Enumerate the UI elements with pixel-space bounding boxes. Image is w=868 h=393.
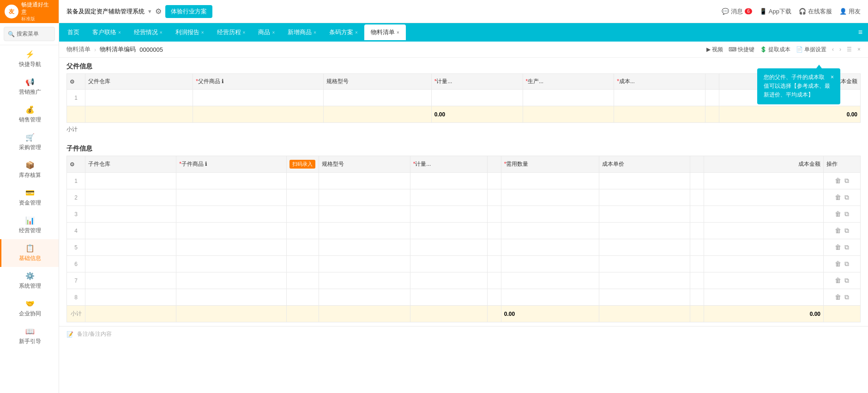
sidebar-item-guide[interactable]: 📖 新手引导: [0, 322, 59, 350]
child-warehouse-cell[interactable]: [85, 223, 176, 239]
tab-close-icon[interactable]: ×: [160, 30, 163, 35]
experience-button[interactable]: 体验行业方案: [165, 5, 212, 18]
child-goods-cell[interactable]: [176, 189, 287, 206]
child-unit-cell[interactable]: [410, 239, 487, 256]
child-qty-cell[interactable]: [501, 272, 599, 289]
child-warehouse-cell[interactable]: [85, 256, 176, 272]
tab-home[interactable]: 首页: [61, 24, 86, 40]
tab-profit-report[interactable]: 利润报告 ×: [169, 24, 211, 40]
child-unit-cost-cell[interactable]: [599, 223, 690, 239]
child-spec-cell[interactable]: [319, 239, 410, 256]
child-unit-cost-cell[interactable]: [599, 206, 690, 223]
tab-customer[interactable]: 客户联络 ×: [86, 24, 127, 40]
child-unit-cell[interactable]: [410, 272, 487, 289]
tab-barcode[interactable]: 条码方案 ×: [323, 24, 364, 40]
sidebar-item-inventory[interactable]: 📦 库存核算: [0, 156, 59, 184]
sidebar-item-purchase[interactable]: 🛒 采购管理: [0, 128, 59, 156]
child-qty-cell[interactable]: [501, 173, 599, 189]
delete-icon[interactable]: 🗑: [835, 210, 841, 218]
app-download-item[interactable]: 📱 App下载: [760, 7, 791, 16]
parent-warehouse-cell[interactable]: [85, 90, 193, 106]
child-qty-cell[interactable]: [501, 289, 599, 306]
tab-operation-status[interactable]: 经营情况 ×: [127, 24, 169, 40]
sidebar-item-finance[interactable]: 💳 资金管理: [0, 184, 59, 212]
child-spec-cell[interactable]: [319, 256, 410, 272]
copy-icon[interactable]: ⧉: [844, 260, 849, 267]
copy-icon[interactable]: ⧉: [844, 193, 849, 201]
sidebar-item-system[interactable]: ⚙️ 系统管理: [0, 267, 59, 295]
child-spec-cell[interactable]: [319, 272, 410, 289]
tab-bom[interactable]: 物料清单 ×: [364, 24, 406, 40]
parent-production-cell[interactable]: [523, 90, 614, 106]
child-spec-cell[interactable]: [319, 289, 410, 306]
tab-close-icon[interactable]: ×: [313, 30, 316, 35]
child-goods-cell[interactable]: [176, 256, 287, 272]
parent-settings-col[interactable]: ⚙: [67, 74, 85, 90]
child-goods-cell[interactable]: [176, 173, 287, 189]
tab-close-icon[interactable]: ×: [397, 30, 399, 35]
child-unit-cell[interactable]: [410, 189, 487, 206]
child-qty-cell[interactable]: [501, 206, 599, 223]
delete-icon[interactable]: 🗑: [835, 227, 841, 234]
child-unit-cost-cell[interactable]: [599, 272, 690, 289]
child-spec-cell[interactable]: [319, 173, 410, 189]
child-qty-cell[interactable]: [501, 239, 599, 256]
sidebar-item-sales[interactable]: 💰 销售管理: [0, 101, 59, 128]
parent-unit-cell[interactable]: [431, 90, 523, 106]
copy-icon[interactable]: ⧉: [844, 177, 849, 184]
online-service-item[interactable]: 🎧 在线客服: [799, 7, 832, 16]
child-warehouse-cell[interactable]: [85, 173, 176, 189]
child-goods-cell[interactable]: [176, 239, 287, 256]
user-item[interactable]: 👤 用友: [839, 7, 861, 16]
close-all-tabs-button[interactable]: ≡: [855, 26, 866, 38]
child-unit-cell[interactable]: [410, 206, 487, 223]
tab-add-goods[interactable]: 新增商品 ×: [281, 24, 323, 40]
message-item[interactable]: 💬 消息 6: [722, 7, 752, 16]
sidebar-item-quick-nav[interactable]: ⚡ 快捷导航: [0, 45, 59, 73]
child-goods-cell[interactable]: [176, 223, 287, 239]
child-goods-cell[interactable]: [176, 289, 287, 306]
video-toolbar-item[interactable]: ▶ 视频: [706, 46, 723, 54]
cost-toolbar-item[interactable]: 💲 提取成本: [760, 46, 790, 54]
child-qty-cell[interactable]: [501, 223, 599, 239]
parent-goods-cell[interactable]: [193, 90, 324, 106]
sidebar-item-operation[interactable]: 📊 经营管理: [0, 212, 59, 239]
child-unit-cell[interactable]: [410, 289, 487, 306]
child-warehouse-cell[interactable]: [85, 239, 176, 256]
settings-toolbar-item[interactable]: 📄 单据设置: [796, 46, 826, 54]
child-unit-cost-cell[interactable]: [599, 239, 690, 256]
child-warehouse-cell[interactable]: [85, 206, 176, 223]
tab-close-icon[interactable]: ×: [355, 30, 358, 35]
child-unit-cell[interactable]: [410, 173, 487, 189]
delete-icon[interactable]: 🗑: [835, 293, 841, 301]
tab-operation-history[interactable]: 经营历程 ×: [211, 24, 252, 40]
close-page-icon[interactable]: ×: [857, 46, 861, 53]
child-unit-cost-cell[interactable]: [599, 173, 690, 189]
scan-input-button[interactable]: 扫码录入: [289, 160, 315, 169]
copy-icon[interactable]: ⧉: [844, 277, 849, 284]
tab-close-icon[interactable]: ×: [243, 30, 246, 35]
copy-icon[interactable]: ⧉: [844, 227, 849, 234]
sidebar-item-marketing[interactable]: 📢 营销推广: [0, 73, 59, 101]
child-goods-cell[interactable]: [176, 272, 287, 289]
sidebar-item-enterprise[interactable]: 🤝 企业协同: [0, 295, 59, 322]
child-unit-cell[interactable]: [410, 223, 487, 239]
delete-icon[interactable]: 🗑: [835, 260, 841, 267]
copy-icon[interactable]: ⧉: [844, 243, 849, 251]
parent-cost-cell[interactable]: [614, 90, 705, 106]
search-menu-button[interactable]: 🔍 搜索菜单: [4, 27, 55, 41]
child-unit-cost-cell[interactable]: [599, 256, 690, 272]
tab-goods[interactable]: 商品 ×: [252, 24, 281, 40]
child-qty-cell[interactable]: [501, 256, 599, 272]
child-warehouse-cell[interactable]: [85, 272, 176, 289]
sidebar-item-basic[interactable]: 📋 基础信息: [0, 239, 59, 267]
child-qty-cell[interactable]: [501, 189, 599, 206]
child-spec-cell[interactable]: [319, 223, 410, 239]
child-unit-cost-cell[interactable]: [599, 289, 690, 306]
child-spec-cell[interactable]: [319, 206, 410, 223]
shortcut-toolbar-item[interactable]: ⌨ 快捷键: [729, 46, 754, 54]
tab-close-icon[interactable]: ×: [201, 30, 204, 35]
settings-icon[interactable]: ⚙: [155, 7, 162, 16]
child-spec-cell[interactable]: [319, 189, 410, 206]
parent-spec-cell[interactable]: [324, 90, 431, 106]
